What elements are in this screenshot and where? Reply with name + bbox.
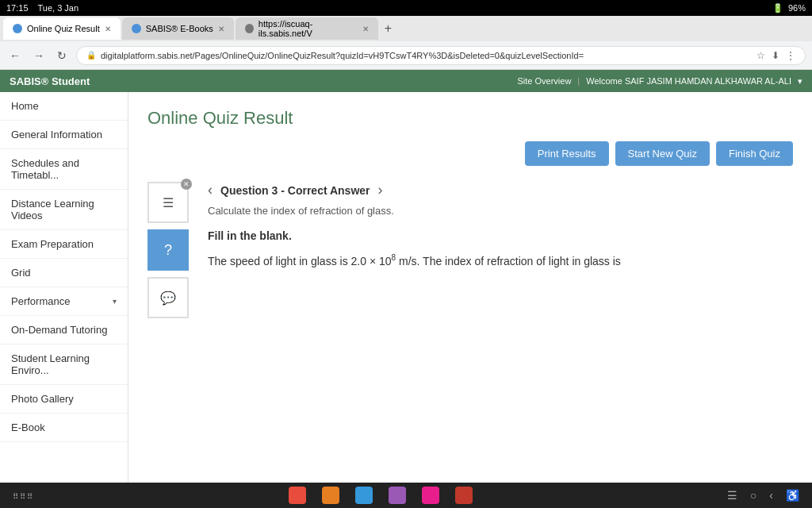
sidebar-ebook-label: E-Book [11,421,45,433]
date: Tue, 3 Jan [38,3,79,13]
thumbnail-2[interactable]: ? [147,229,189,271]
sidebar-item-student-learning[interactable]: Student Learning Enviro... [0,344,128,385]
taskbar-center [289,487,473,504]
sidebar-photo-label: Photo Gallery [11,393,74,405]
thumb-comment-icon: 💬 [160,291,176,306]
question-label: Question 3 - Correct Answer [220,184,370,197]
back-button[interactable]: ← [6,48,24,64]
tab-favicon-1 [13,24,22,33]
tab-close-2[interactable]: ✕ [218,25,224,33]
sidebar-general-label: General Information [11,129,102,140]
sidebar-item-exam-prep[interactable]: Exam Preparation [0,230,128,259]
time: 17:15 [6,3,29,13]
taskbar: ⠿⠿⠿ ☰ ○ ‹ ♿ [0,483,812,508]
url-text: digitalplatform.sabis.net/Pages/OnlineQu… [101,51,752,60]
tab-close-1[interactable]: ✕ [105,25,111,33]
fill-blank-label: Fill in the blank. [208,229,793,242]
thumbnail-3[interactable]: 💬 [147,277,189,318]
taskbar-right: ☰ ○ ‹ ♿ [727,489,799,502]
sidebar-item-performance[interactable]: Performance ▾ [0,287,128,316]
tab-url[interactable]: https://iscuaq-ils.sabis.net/V ✕ [236,17,378,40]
tab-label-3: https://iscuaq-ils.sabis.net/V [259,19,358,38]
sidebar-item-photo-gallery[interactable]: Photo Gallery [0,385,128,414]
taskbar-left: ⠿⠿⠿ [13,489,34,502]
finish-quiz-button[interactable]: Finish Quiz [716,141,793,166]
question-body: The speed of light in glass is 2.0 × 108… [208,252,793,270]
taskbar-back-icon[interactable]: ‹ [769,489,773,502]
quiz-area: ✕ ☰ ? 💬 ‹ Question 3 - Correct Answer › … [147,182,793,318]
sidebar-grid-label: Grid [11,267,31,279]
user-dropdown-icon[interactable]: ▾ [798,76,802,87]
thumb-2-icon: ? [164,242,172,259]
question-nav: ‹ Question 3 - Correct Answer › [208,182,793,198]
sidebar-item-tutoring[interactable]: On-Demand Tutoring [0,316,128,344]
thumb-1-icon: ☰ [163,195,174,210]
new-tab-button[interactable]: + [380,21,396,36]
sidebar-performance-label: Performance [11,295,70,307]
sidebar-exam-label: Exam Preparation [11,238,94,250]
sidebar-item-schedules[interactable]: Schedules and Timetabl... [0,149,128,190]
app-grid-icon[interactable]: ⠿⠿⠿ [13,492,34,501]
tab-quiz-result[interactable]: Online Quiz Result ✕ [3,17,121,40]
download-icon[interactable]: ⬇ [772,50,779,61]
site-overview-link[interactable]: Site Overview [518,76,572,86]
sidebar-item-distance-learning[interactable]: Distance Learning Videos [0,190,128,230]
action-buttons: Print Results Start New Quiz Finish Quiz [147,141,793,166]
start-new-quiz-button[interactable]: Start New Quiz [615,141,710,166]
page-title: Online Quiz Result [147,108,793,129]
question-description: Calculate the index of refraction of gla… [208,205,793,217]
taskbar-menu-icon[interactable]: ☰ [727,489,737,502]
sabis-header: SABIS® Student Site Overview | Welcome S… [0,70,812,92]
thumbnail-1[interactable]: ✕ ☰ [147,182,189,223]
thumb-close-icon: ✕ [181,179,192,190]
taskbar-app-6[interactable] [455,487,473,504]
bookmark-icon[interactable]: ☆ [756,50,765,61]
main-layout: Home General Information Schedules and T… [0,92,812,483]
taskbar-accessibility-icon[interactable]: ♿ [786,489,799,502]
tab-close-3[interactable]: ✕ [362,25,369,33]
next-question-button[interactable]: › [378,182,383,198]
status-left: 17:15 Tue, 3 Jan [6,3,79,13]
welcome-text: Welcome SAIF JASIM HAMDAN ALKHAWAR AL-AL… [586,76,791,86]
sidebar-schedules-label: Schedules and Timetabl... [11,157,117,181]
sidebar-home-label: Home [11,100,39,112]
forward-button[interactable]: → [30,48,48,64]
tab-favicon-3 [245,24,254,33]
reload-button[interactable]: ↻ [54,48,70,64]
taskbar-app-4[interactable] [389,487,406,504]
content-area: Online Quiz Result Print Results Start N… [128,92,812,483]
taskbar-app-1[interactable] [289,487,306,504]
sidebar: Home General Information Schedules and T… [0,92,128,483]
address-bar: ← → ↻ 🔒 digitalplatform.sabis.net/Pages/… [0,41,812,70]
sabis-nav: Site Overview | Welcome SAIF JASIM HAMDA… [518,76,803,87]
question-body-text: The speed of light in glass is 2.0 × 10 [208,255,392,267]
sidebar-item-ebook[interactable]: E-Book [0,414,128,442]
sidebar-item-grid[interactable]: Grid [0,259,128,287]
address-input[interactable]: 🔒 digitalplatform.sabis.net/Pages/Online… [76,46,806,65]
question-thumbnails: ✕ ☰ ? 💬 [147,182,195,318]
battery-icon: 🔋 [772,3,783,13]
taskbar-app-3[interactable] [355,487,373,504]
tab-ebooks[interactable]: SABIS® E-Books ✕ [122,17,234,40]
tab-label-2: SABIS® E-Books [146,24,213,33]
question-content: ‹ Question 3 - Correct Answer › Calculat… [208,182,793,318]
taskbar-home-icon[interactable]: ○ [750,489,756,502]
prev-question-button[interactable]: ‹ [208,182,213,198]
sidebar-tutoring-label: On-Demand Tutoring [11,324,107,336]
sidebar-student-label: Student Learning Enviro... [11,352,117,376]
tabs-bar: Online Quiz Result ✕ SABIS® E-Books ✕ ht… [0,16,812,41]
sidebar-item-home[interactable]: Home [0,92,128,121]
sabis-logo: SABIS® Student [10,75,90,87]
taskbar-app-5[interactable] [422,487,439,504]
print-results-button[interactable]: Print Results [525,141,609,166]
question-body-suffix: m/s. The index of refraction of light in… [396,255,621,267]
status-bar: 17:15 Tue, 3 Jan 🔋 96% [0,0,812,16]
status-right: 🔋 96% [772,3,806,13]
nav-separator: | [577,76,580,86]
tab-label-1: Online Quiz Result [27,24,100,33]
chevron-down-icon: ▾ [113,297,117,306]
taskbar-app-2[interactable] [322,487,339,504]
sidebar-item-general[interactable]: General Information [0,121,128,149]
menu-icon[interactable]: ⋮ [786,50,795,61]
address-icons: ☆ ⬇ ⋮ [756,50,795,61]
